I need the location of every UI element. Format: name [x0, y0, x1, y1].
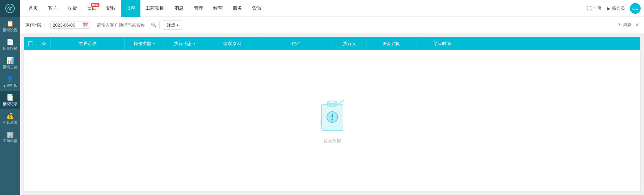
svg-point-7	[331, 119, 333, 121]
member-icon: ▶	[607, 6, 610, 11]
close-button[interactable]: ×	[635, 22, 639, 29]
nav-item-jizhang[interactable]: 记账	[101, 0, 121, 17]
chevron-down-icon: ▾	[177, 23, 178, 27]
sidebar-label-huisuan-jiaona: 汇算清缴	[3, 120, 17, 125]
col-tax-type: 税种	[259, 37, 333, 50]
nav-item-customer[interactable]: 客户	[43, 0, 62, 17]
nav-item-home[interactable]: 首页	[24, 0, 43, 17]
user-initials: CE	[632, 6, 638, 11]
filter-button[interactable]: 筛选 ▾	[163, 20, 182, 30]
nav-badge-piao: new	[91, 3, 99, 7]
sidebar-icon-baoshui-zonlan: 📊	[6, 57, 14, 64]
sidebar-icon-geshuishenabao: 👤	[6, 75, 14, 83]
refresh-button[interactable]: ↻ 刷新	[618, 22, 632, 28]
sidebar-item-baoshui-zonlan[interactable]: 📊报税总览	[0, 54, 20, 72]
calendar-icon: 📅	[83, 23, 88, 28]
sidebar-label-baoshui-shezhi: 报税设置	[3, 28, 17, 32]
filter-label: 筛选	[167, 22, 175, 28]
col-start-time-label: 开始时间	[383, 41, 400, 47]
user-avatar[interactable]: CE	[630, 3, 641, 14]
sidebar-label-baoshui-zonlan: 报税总览	[3, 65, 17, 69]
nav-item-piao[interactable]: 票据new	[82, 0, 101, 17]
date-label: 操作日期：	[25, 22, 47, 28]
sidebar-logo	[0, 0, 20, 17]
fullscreen-label: 全屏	[593, 5, 602, 11]
nav-item-shoufei[interactable]: 收费	[62, 0, 82, 17]
sidebar-label-baoshui-jilu: 报税记录	[3, 102, 17, 106]
sidebar-icon-gongshang-nianbao: 🏢	[6, 131, 14, 138]
settings-icon: ⚙	[42, 40, 46, 47]
col-customer-name-label: 客户名称	[79, 41, 96, 47]
toolbar: 操作日期： 📅 🔍 筛选 ▾ ↻ 刷新 ×	[20, 17, 644, 33]
col-end-time: 结束时间	[417, 37, 467, 50]
sidebar-item-baoshui-shezhi[interactable]: 📋报税设置	[0, 17, 20, 35]
sidebar-item-piliang-baoshui[interactable]: 📄批量报税	[0, 35, 20, 54]
sort-icon: ▼	[153, 42, 156, 45]
sidebar-label-geshuishenabao: 个税申报	[3, 83, 17, 88]
member-btn[interactable]: ▶ 畅会员	[607, 5, 625, 11]
sidebar-icon-piliang-baoshui: 📄	[6, 38, 14, 46]
col-operation-type: 操作类型 ▼	[125, 37, 165, 50]
nav-item-baoshui[interactable]: 报税	[121, 0, 140, 17]
refresh-label: 刷新	[623, 22, 632, 28]
svg-point-1	[9, 8, 11, 10]
fullscreen-btn[interactable]: ⛶ 全屏	[587, 5, 602, 11]
nav-right: ⛶ 全屏 ▶ 畅会员 CE	[587, 3, 641, 14]
search-box: 🔍	[94, 21, 160, 29]
empty-state: 暂无数据	[315, 98, 349, 144]
search-icon: 🔍	[151, 23, 157, 28]
sidebar-icon-baoshui-shezhi: 📋	[6, 20, 14, 27]
nav-item-gongshang-xiangmu[interactable]: 工商项目	[140, 0, 169, 17]
col-settings[interactable]: ⚙	[37, 37, 51, 50]
col-executor-label: 执行人	[343, 41, 356, 47]
empty-text: 暂无数据	[324, 138, 341, 144]
svg-rect-6	[332, 114, 333, 118]
date-input[interactable]	[53, 23, 81, 28]
sidebar-label-piliang-baoshui: 批量报税	[3, 46, 17, 51]
svg-marker-11	[342, 100, 344, 102]
col-operation-type-label: 操作类型	[134, 41, 151, 47]
data-table: ⚙ 客户名称 操作类型 ▼ 执行状态 ▼ 错误原因 税种	[24, 37, 641, 192]
col-start-time: 开始时间	[367, 37, 417, 50]
search-input[interactable]	[94, 21, 148, 29]
top-nav: 首页客户收费票据new记账报税工商项目消息管理经营服务设置 ⛶ 全屏 ▶ 畅会员…	[20, 0, 644, 17]
refresh-icon: ↻	[618, 23, 622, 28]
col-tax-type-label: 税种	[292, 41, 300, 47]
col-checkbox[interactable]	[24, 37, 37, 50]
nav-item-guanli[interactable]: 管理	[189, 0, 208, 17]
svg-line-10	[340, 101, 342, 104]
col-executor: 执行人	[333, 37, 367, 50]
table-header: ⚙ 客户名称 操作类型 ▼ 执行状态 ▼ 错误原因 税种	[24, 37, 640, 50]
sidebar-item-baoshui-jilu[interactable]: 📑报税记录	[0, 91, 20, 109]
main-content: 首页客户收费票据new记账报税工商项目消息管理经营服务设置 ⛶ 全屏 ▶ 畅会员…	[20, 0, 644, 195]
sidebar-icon-baoshui-jilu: 📑	[6, 94, 14, 101]
col-execution-status: 执行状态 ▼	[165, 37, 205, 50]
sidebar-label-gongshang-nianbao: 工商年报	[3, 139, 17, 143]
sidebar-item-geshuishenabao[interactable]: 👤个税申报	[0, 72, 20, 91]
table-body: 暂无数据	[24, 50, 640, 191]
nav-items: 首页客户收费票据new记账报税工商项目消息管理经营服务设置	[24, 0, 587, 17]
sidebar: 📋报税设置📄批量报税📊报税总览👤个税申报📑报税记录💰汇算清缴🏢工商年报	[0, 0, 20, 195]
empty-icon	[315, 98, 349, 134]
member-label: 畅会员	[612, 5, 625, 11]
nav-item-jingying[interactable]: 经营	[208, 0, 228, 17]
nav-item-shezhi[interactable]: 设置	[247, 0, 267, 17]
sidebar-item-huisuan-jiaona[interactable]: 💰汇算清缴	[0, 109, 20, 128]
fullscreen-icon: ⛶	[587, 6, 592, 11]
col-error-reason: 错误原因	[205, 37, 259, 50]
col-end-time-label: 结束时间	[433, 41, 451, 47]
col-execution-status-label: 执行状态	[174, 41, 191, 47]
col-customer-name: 客户名称	[51, 37, 125, 50]
select-all-checkbox[interactable]	[28, 41, 33, 46]
nav-item-fuwu[interactable]: 服务	[228, 0, 247, 17]
sidebar-icon-huisuan-jiaona: 💰	[6, 112, 14, 120]
search-button[interactable]: 🔍	[148, 21, 159, 29]
col-error-reason-label: 错误原因	[223, 41, 241, 47]
svg-rect-4	[329, 101, 336, 104]
sidebar-item-gongshang-nianbao[interactable]: 🏢工商年报	[0, 128, 20, 146]
date-picker[interactable]: 📅	[50, 22, 90, 29]
page-area: 操作日期： 📅 🔍 筛选 ▾ ↻ 刷新 ×	[20, 17, 644, 195]
nav-item-xiaoxi[interactable]: 消息	[169, 0, 189, 17]
close-icon: ×	[635, 22, 639, 29]
sort-icon: ▼	[193, 42, 196, 45]
